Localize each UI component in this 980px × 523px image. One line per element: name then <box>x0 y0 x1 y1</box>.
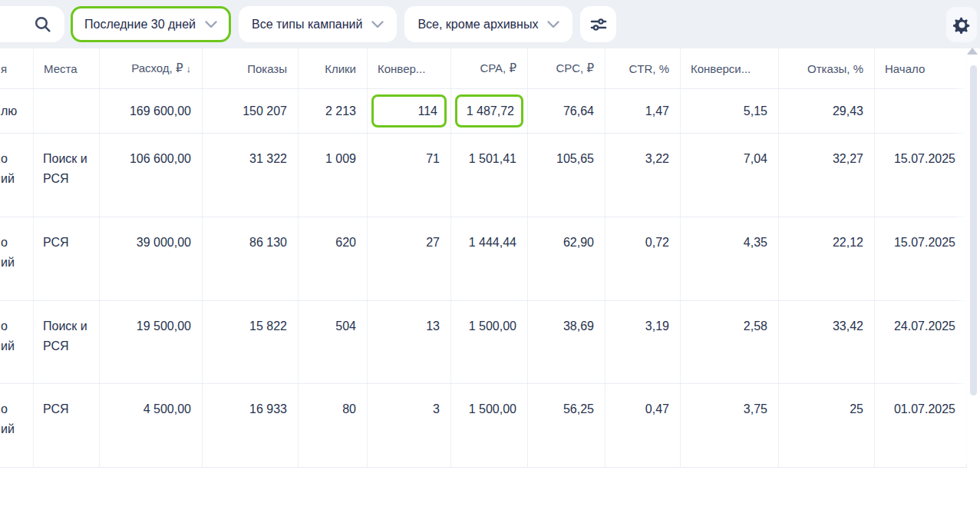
column-header-bounces[interactable]: Отказы, % <box>779 48 875 88</box>
column-header-cpa[interactable]: CPA, ₽ <box>451 48 528 88</box>
cell-ctr: 0,47 <box>605 384 681 467</box>
cell-value: 114 <box>417 101 437 121</box>
cell-value: 15.07.2025 <box>894 149 955 169</box>
column-label: CPC, ₽ <box>556 61 594 75</box>
cell-value: 0,72 <box>645 233 669 253</box>
column-header-start[interactable]: Начало <box>875 48 967 88</box>
filter-settings-button[interactable] <box>580 6 616 42</box>
cell-value: 4,35 <box>744 233 767 253</box>
campaign-name-line: о <box>1 149 15 169</box>
cell-value: 1,47 <box>645 101 669 121</box>
cell-value: 13 <box>426 316 440 336</box>
column-header-impressions[interactable]: Показы <box>203 48 299 88</box>
date-range-dropdown[interactable]: Последние 30 дней <box>71 6 231 42</box>
cell-ctr: 0,72 <box>605 217 681 300</box>
cell-value: 29,43 <box>833 101 863 121</box>
cell-ctr: 3,19 <box>605 301 681 383</box>
scroll-up-arrow[interactable] <box>967 48 978 55</box>
cell-campaign-name-fragment: оий <box>0 217 34 300</box>
column-header-places[interactable]: Места <box>34 48 100 88</box>
campaign-name-line: ий <box>1 253 15 273</box>
campaign-type-dropdown[interactable]: Все типы кампаний <box>239 6 397 42</box>
cell-value: 504 <box>335 316 356 336</box>
column-header-conversions[interactable]: Конвер... <box>368 48 451 88</box>
table-row[interactable]: оийПоиск и РСЯ19 500,0015 822504131 500,… <box>0 301 967 384</box>
column-header-ctr[interactable]: CTR, % <box>605 48 681 88</box>
search-icon <box>33 15 52 34</box>
cell-conv_rate: 2,58 <box>681 301 779 383</box>
cell-value: 62,90 <box>563 233 594 253</box>
column-header-spend[interactable]: Расход, ₽↓ <box>100 48 203 88</box>
summary-row[interactable]: лю169 600,00150 2072 2131141 487,7276,64… <box>0 89 967 134</box>
sliders-icon <box>589 15 608 34</box>
archive-filter-label: Все, кроме архивных <box>417 18 538 31</box>
column-header-conv_rate[interactable]: Конверси... <box>681 48 779 88</box>
cell-campaign-name-fragment: оий <box>0 134 34 217</box>
toolbar: Последние 30 дней Все типы кампаний Все,… <box>0 0 980 48</box>
settings-button[interactable] <box>946 7 977 42</box>
cell-impressions: 31 322 <box>203 134 299 217</box>
cell-value: 2,58 <box>744 316 767 336</box>
cell-campaign-name-fragment: оий <box>0 301 34 383</box>
column-header-cpc[interactable]: CPC, ₽ <box>528 48 605 88</box>
column-label: CPA, ₽ <box>480 61 516 75</box>
campaign-name-line: о <box>1 399 15 419</box>
cell-value: 16 933 <box>249 399 287 419</box>
cell-ctr: 1,47 <box>605 89 681 133</box>
table-body: лю169 600,00150 2072 2131141 487,7276,64… <box>0 89 967 468</box>
chevron-down-icon <box>205 21 217 28</box>
campaign-name-line: ий <box>1 419 15 439</box>
campaign-type-label: Все типы кампаний <box>252 18 362 31</box>
cell-value: 31 322 <box>249 149 287 169</box>
column-header-name[interactable]: я <box>0 48 34 88</box>
highlight-box: 1 487,72 <box>455 94 523 127</box>
cell-value: 39 000,00 <box>137 233 191 253</box>
cell-conversions: 114 <box>368 89 451 133</box>
cell-value: 106 600,00 <box>130 149 191 169</box>
date-range-label: Последние 30 дней <box>84 18 196 31</box>
cell-places: Поиск и РСЯ <box>34 301 100 383</box>
cell-cpa: 1 500,00 <box>451 384 528 467</box>
campaign-name-line: ий <box>1 336 15 356</box>
table-row[interactable]: оийПоиск и РСЯ106 600,0031 3221 009711 5… <box>0 134 967 217</box>
cell-value: 15 822 <box>249 316 287 336</box>
cell-campaign-name-fragment: оий <box>0 384 34 467</box>
cell-conv_rate: 7,04 <box>681 134 779 217</box>
cell-value: 27 <box>426 233 440 253</box>
cell-value: 3,19 <box>645 316 669 336</box>
vertical-scrollbar[interactable] <box>970 65 977 396</box>
cell-conv_rate: 5,15 <box>681 89 779 133</box>
cell-value: 1 009 <box>325 149 356 169</box>
table-row[interactable]: оийРСЯ39 000,0086 130620271 444,4462,900… <box>0 217 967 301</box>
table-row[interactable]: оийРСЯ4 500,0016 9338031 500,0056,250,47… <box>0 384 967 468</box>
cell-value: 80 <box>342 399 356 419</box>
cell-spend: 4 500,00 <box>100 384 203 467</box>
gear-icon <box>953 16 971 34</box>
column-label: Начало <box>885 62 925 75</box>
cell-cpc: 56,25 <box>528 384 605 467</box>
places-value: РСЯ <box>43 399 69 419</box>
column-label: Показы <box>247 62 287 75</box>
cell-value: 25 <box>850 399 863 419</box>
cell-bounces: 22,12 <box>779 217 875 300</box>
cell-bounces: 29,43 <box>779 89 875 133</box>
cell-start: 01.07.2025 <box>875 384 967 467</box>
cell-spend: 39 000,00 <box>100 217 203 300</box>
cell-value: 1 500,00 <box>469 399 516 419</box>
cell-clicks: 2 213 <box>299 89 368 133</box>
cell-value: 620 <box>335 233 356 253</box>
cell-start <box>875 89 967 133</box>
column-header-clicks[interactable]: Клики <box>299 48 368 88</box>
cell-value: 5,15 <box>744 101 767 121</box>
cell-value: 7,04 <box>744 149 767 169</box>
cell-cpc: 76,64 <box>528 89 605 133</box>
cell-value: 169 600,00 <box>130 101 191 121</box>
cell-value: 1 500,00 <box>469 316 516 336</box>
cell-places <box>34 89 100 133</box>
cell-impressions: 86 130 <box>203 217 299 300</box>
search-button[interactable] <box>0 6 64 42</box>
column-label: Конвер... <box>378 62 425 75</box>
cell-spend: 169 600,00 <box>100 89 203 133</box>
archive-filter-dropdown[interactable]: Все, кроме архивных <box>404 6 572 42</box>
cell-clicks: 620 <box>299 217 368 300</box>
